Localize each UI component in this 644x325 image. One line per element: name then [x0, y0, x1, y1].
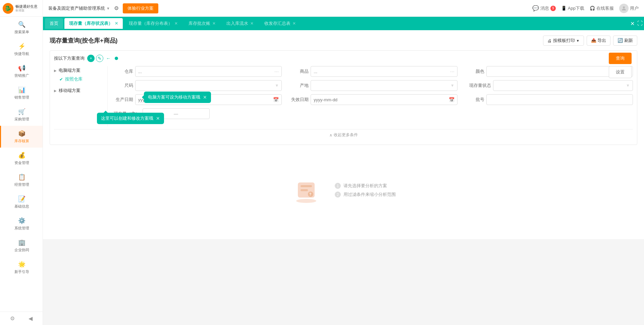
trial-button[interactable]: 体验行业方案	[123, 3, 158, 13]
sidebar-item-quicknav[interactable]: ⚡ 快捷导航	[0, 39, 43, 60]
operation-icon: 📋	[18, 173, 25, 181]
avatar	[619, 4, 629, 13]
search-button[interactable]: 查询	[609, 53, 632, 64]
svg-rect-3	[301, 185, 312, 187]
warehouse-input[interactable]	[138, 69, 274, 74]
add-scheme-button[interactable]: +	[87, 55, 95, 62]
sidebar-item-sales[interactable]: 📊 销售管理	[0, 82, 43, 104]
content-area: 现存量查询(按仓库+商品) 🖨 按模板打印 ▼ 📤 导出 🔄 刷新	[43, 30, 644, 239]
calendar-icon-exp: 📅	[449, 97, 454, 102]
tab-close-inventory-dist[interactable]: ✕	[174, 21, 178, 26]
tab-receive-summary[interactable]: 收发存汇总表 ✕	[260, 18, 301, 29]
sidebar-item-enterprise[interactable]: 🏢 企业协同	[0, 235, 43, 257]
sidebar-item-purchase[interactable]: 🛒 采购管理	[0, 104, 43, 126]
tab-inventory-status[interactable]: 现存量（库存状况表） ✕	[64, 18, 123, 29]
scheme-children-pc: ✔ 按照仓库	[54, 75, 105, 84]
svg-rect-4	[301, 189, 308, 191]
page-header: 现存量查询(按仓库+商品) 🖨 按模板打印 ▼ 📤 导出 🔄 刷新	[50, 36, 637, 46]
dropdown-arrow-icon: ▼	[106, 6, 110, 10]
toggle-mobile-icon: ▶	[54, 89, 57, 93]
export-button[interactable]: 📤 导出	[587, 36, 611, 46]
refresh-button[interactable]: 🔄 刷新	[613, 36, 637, 46]
system-selector[interactable]: 装备及固定资产辅助管理系统 ▼	[48, 5, 110, 11]
exp-date-field[interactable]	[314, 97, 447, 102]
product-input[interactable]	[314, 69, 450, 74]
scheme-node-pc[interactable]: ▶ 电脑端方案	[54, 66, 105, 75]
tab-inout-flow[interactable]: 出入库流水 ✕	[222, 18, 258, 29]
size-select[interactable]: ▼	[135, 80, 282, 91]
stock-status-select[interactable]: ▼	[493, 80, 633, 91]
main-content: 现存量查询(按仓库+商品) 🖨 按模板打印 ▼ 📤 导出 🔄 刷新	[43, 30, 644, 325]
filter-cell-color: 颜色 ▼	[464, 66, 633, 77]
edit-scheme-button[interactable]: ✎	[96, 55, 103, 62]
headset-icon: 🎧	[590, 6, 595, 11]
topbar: 装备及固定资产辅助管理系统 ▼ ⚙ 体验行业方案 💬 消息 9 📱 App下载 …	[43, 0, 644, 17]
batch-input-wrap[interactable]	[486, 94, 633, 105]
sidebar-item-finance[interactable]: 💰 资金管理	[0, 148, 43, 169]
collapse-sidebar-button[interactable]: ◀	[29, 315, 33, 322]
sales-icon: 📊	[18, 86, 25, 94]
sidebar-item-search[interactable]: 🔍 搜索菜单	[0, 17, 43, 39]
tab-close-inventory-status[interactable]: ✕	[115, 21, 118, 26]
sidebar-item-marketing[interactable]: 📢 营销推广	[0, 60, 43, 82]
printer-icon: 🖨	[547, 38, 552, 43]
user-item[interactable]: 用户	[619, 4, 639, 13]
topbar-left: 装备及固定资产辅助管理系统 ▼ ⚙ 体验行业方案	[48, 3, 158, 13]
tab-inventory-dist[interactable]: 现存量（库存分布表） ✕	[124, 18, 182, 29]
sidebar-bottom: ⚙ ◀	[0, 312, 43, 325]
origin-dropdown-arrow: ▼	[450, 83, 454, 88]
template-print-button[interactable]: 🖨 按模板打印 ▼	[543, 36, 584, 46]
guide-icon: 🌟	[18, 261, 25, 268]
origin-select[interactable]: ▼	[311, 80, 457, 91]
range-separator: —	[174, 111, 178, 116]
back-scheme-button[interactable]: ←	[105, 55, 112, 62]
message-icon: 💬	[532, 5, 539, 11]
notification-item[interactable]: 💬 消息 9	[532, 5, 556, 11]
sidebar-item-basic[interactable]: 📝 基础信息	[0, 191, 43, 213]
tab-close-all-button[interactable]: ✕	[630, 20, 635, 27]
filter-cell-exp-date: 失效日期 📅	[288, 94, 457, 105]
tab-close-batch-account[interactable]: ✕	[212, 21, 216, 26]
page-title: 现存量查询(按仓库+商品)	[50, 37, 118, 45]
toggle-pc-icon: ▶	[54, 69, 57, 72]
online-support-item[interactable]: 🎧 在线客服	[590, 5, 614, 11]
sidebar-item-operation[interactable]: 📋 经营管理	[0, 169, 43, 191]
sidebar-item-guide[interactable]: 🌟 新手引导	[0, 257, 43, 278]
product-input-wrap[interactable]: ⋯	[311, 66, 457, 77]
collapse-arrow-icon: ∧	[329, 133, 332, 138]
collapse-bar[interactable]: ∧ 收起更多条件	[54, 129, 633, 141]
notification-badge: 9	[550, 6, 556, 11]
warehouse-input-wrap[interactable]: ⋯	[135, 66, 282, 77]
tooltip1-close[interactable]: ✕	[203, 95, 207, 100]
filter-cell-origin: 产地 ▼	[288, 80, 457, 91]
filter-label: 按以下方案查询	[54, 55, 85, 61]
sidebar-item-inventory[interactable]: 📦 库存核算	[0, 126, 43, 148]
filter-header: 按以下方案查询 + ✎ ←	[54, 55, 633, 62]
dot-indicator	[115, 57, 118, 60]
reset-button[interactable]: 设置	[609, 66, 632, 78]
empty-illustration: ?	[291, 176, 321, 207]
scheme-node-mobile[interactable]: ▶ 移动端方案	[54, 86, 105, 95]
sidebar-menu: 🔍 搜索菜单 ⚡ 快捷导航 📢 营销推广 📊 销售管理 🛒 采购管理 📦 库存核…	[0, 17, 43, 312]
filter-cell-batch: 批号	[464, 94, 633, 105]
scheme-node-pc1[interactable]: ✔ 按照仓库	[59, 75, 105, 84]
tab-fullscreen-button[interactable]: ⛶	[637, 20, 643, 26]
sidebar-item-system[interactable]: ⚙️ 系统管理	[0, 213, 43, 235]
marketing-icon: 📢	[18, 64, 25, 72]
empty-step-2: 2 用过滤条件来缩小分析范围	[335, 192, 396, 198]
settings-button[interactable]: ⚙	[10, 315, 15, 322]
sidebar: 🐉 畅捷通好生意 标准版 🔍 搜索菜单 ⚡ 快捷导航 📢 营销推广 📊 销售管理…	[0, 0, 43, 325]
batch-input[interactable]	[489, 97, 630, 102]
topbar-settings-icon[interactable]: ⚙	[114, 5, 119, 11]
tab-batch-account[interactable]: 库存批次账 ✕	[184, 18, 220, 29]
app-download-item[interactable]: 📱 App下载	[561, 5, 584, 11]
tab-home[interactable]: 首页	[45, 18, 63, 29]
page-actions: 🖨 按模板打印 ▼ 📤 导出 🔄 刷新	[543, 36, 637, 46]
calendar-icon-prod: 📅	[273, 97, 279, 102]
system-icon: ⚙️	[18, 217, 25, 224]
tab-close-receive-summary[interactable]: ✕	[292, 21, 296, 26]
exp-date-input[interactable]: 📅	[311, 94, 457, 105]
tooltip2-close[interactable]: ✕	[156, 116, 160, 121]
tab-close-inout-flow[interactable]: ✕	[250, 21, 254, 26]
stock-status-dropdown-arrow: ▼	[626, 83, 630, 88]
